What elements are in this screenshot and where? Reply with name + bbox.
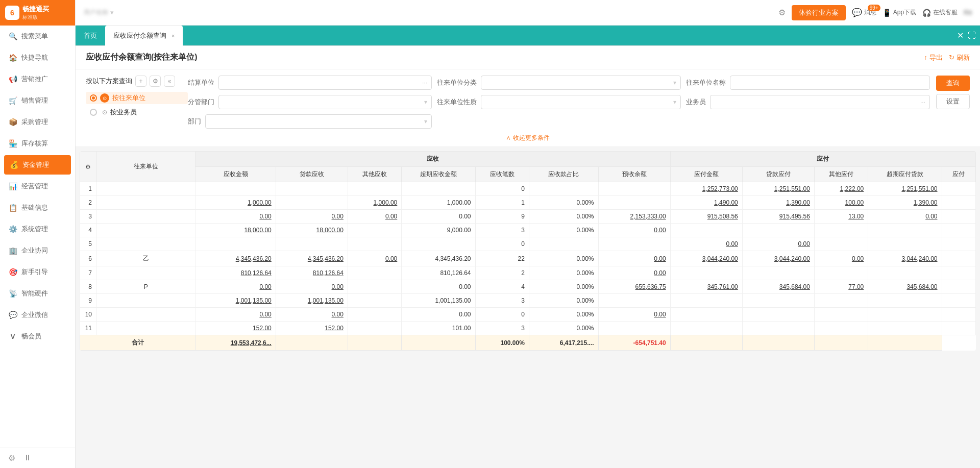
sidebar-item-corp[interactable]: 🏢 企业协同	[0, 240, 75, 261]
table-cell[interactable]: 345,684.00	[742, 280, 814, 294]
table-cell[interactable]: 0.00	[348, 210, 401, 224]
table-cell[interactable]: 810,126.64	[195, 266, 276, 280]
settlement-unit-input[interactable]: ···	[218, 76, 432, 90]
system-icon: ⚙️	[8, 225, 17, 234]
table-cell[interactable]: 3,044,240.00	[742, 251, 814, 266]
table-cell[interactable]: 152.00	[276, 322, 348, 335]
table-cell[interactable]: 915,508.56	[670, 210, 742, 224]
table-cell[interactable]: 1,000.00	[195, 196, 276, 210]
settings-scheme-btn[interactable]: ⚙	[150, 76, 161, 87]
table-cell[interactable]: 1,001,135.00	[276, 294, 348, 308]
sidebar-item-finance[interactable]: 💰 资金管理	[4, 155, 71, 175]
service-icon: 🎧	[922, 9, 931, 17]
refresh-btn[interactable]: ↻ 刷新	[949, 53, 970, 62]
sidebar-item-marketing[interactable]: 📢 营销推广	[0, 68, 75, 90]
unit-nature-input[interactable]: ▾	[481, 95, 681, 109]
settings-icon[interactable]: ⚙	[8, 453, 15, 463]
table-cell[interactable]: 100.00	[814, 196, 868, 210]
table-cell[interactable]: 1,252,773.00	[670, 182, 742, 196]
table-cell[interactable]: 1,222.00	[814, 182, 868, 196]
table-cell[interactable]: 0.00	[742, 237, 814, 251]
tab-home[interactable]: 首页	[76, 26, 105, 46]
sidebar-item-search[interactable]: 🔍 搜索菜单	[0, 26, 75, 47]
table-cell[interactable]: 1,390.00	[742, 196, 814, 210]
sidebar-item-quick-nav[interactable]: 🏠 快捷导航	[0, 47, 75, 68]
export-btn[interactable]: ↑ 导出	[924, 53, 943, 62]
sidebar-item-sales[interactable]: 🛒 销售管理	[0, 90, 75, 111]
table-cell[interactable]: 13.00	[814, 210, 868, 224]
sidebar-item-wechat[interactable]: 💬 企业微信	[0, 304, 75, 326]
sidebar-item-member[interactable]: V 畅会员	[0, 326, 75, 347]
sidebar-item-inventory[interactable]: 🏪 库存核算	[0, 133, 75, 154]
online-service[interactable]: 🎧 在线客服	[922, 8, 958, 17]
table-cell: 3	[475, 322, 529, 335]
table-cell[interactable]: 345,684.00	[868, 280, 942, 294]
footer-c6	[814, 335, 868, 351]
table-cell[interactable]: 0.00	[868, 210, 942, 224]
table-cell[interactable]: 0.00	[195, 308, 276, 322]
tab-close-btn[interactable]: ×	[172, 33, 175, 39]
table-cell[interactable]: 1,251,551.00	[742, 182, 814, 196]
table-cell[interactable]: 0.00	[814, 251, 868, 266]
wechat-icon: 💬	[8, 310, 17, 319]
table-cell[interactable]: 0.00	[598, 308, 670, 322]
table-cell[interactable]: 810,126.64	[276, 266, 348, 280]
table-cell[interactable]: 152.00	[195, 322, 276, 335]
table-cell[interactable]: 0.00	[195, 280, 276, 294]
table-cell[interactable]: 3,044,240.00	[868, 251, 942, 266]
table-cell[interactable]: 0.00	[598, 251, 670, 266]
collapse-btn[interactable]: ∧ 收起更多条件	[506, 134, 549, 141]
table-cell[interactable]: 1,251,551.00	[868, 182, 942, 196]
settings-topbar-icon[interactable]: ⚙	[778, 8, 786, 17]
table-cell[interactable]: 0.00	[276, 210, 348, 224]
salesperson-input[interactable]: ···	[710, 95, 930, 109]
table-cell[interactable]: 0.00	[670, 237, 742, 251]
dept-input[interactable]: ▾	[205, 114, 432, 129]
filter-option-by-staff[interactable]: ⊙ 按业务员	[86, 106, 188, 118]
sidebar-item-purchase[interactable]: 📦 采购管理	[0, 111, 75, 133]
sidebar-item-basic[interactable]: 📋 基础信息	[0, 197, 75, 218]
query-btn[interactable]: 查询	[936, 76, 970, 91]
maximize-btn[interactable]: ⛶	[968, 31, 976, 40]
table-cell[interactable]: 1,390.00	[868, 196, 942, 210]
table-cell[interactable]: 1,490.00	[670, 196, 742, 210]
table-cell[interactable]: 0.00	[348, 251, 401, 266]
tab-active[interactable]: 应收应付余额查询 ×	[105, 26, 183, 46]
table-cell[interactable]: 0.00	[195, 210, 276, 224]
dept-manage-input[interactable]: ▾	[218, 95, 432, 109]
gear-settings-icon[interactable]: ⚙	[85, 163, 91, 170]
filter-option-by-unit[interactable]: ⊙ 按往来单位	[86, 92, 188, 104]
table-cell[interactable]: 0.00	[276, 308, 348, 322]
table-cell[interactable]: 345,761.00	[670, 280, 742, 294]
table-cell[interactable]: 18,000.00	[276, 224, 348, 237]
table-cell[interactable]: 0.00	[598, 266, 670, 280]
table-cell[interactable]: 1,001,135.00	[195, 294, 276, 308]
table-cell[interactable]: 1,000.00	[348, 196, 401, 210]
table-cell[interactable]: 18,000.00	[195, 224, 276, 237]
settings-btn[interactable]: 设置	[936, 94, 970, 109]
table-cell[interactable]: 4,345,436.20	[195, 251, 276, 266]
table-cell[interactable]: 915,495.56	[742, 210, 814, 224]
table-cell[interactable]: 3,044,240.00	[670, 251, 742, 266]
table-cell[interactable]: 655,636.75	[598, 280, 670, 294]
unit-category-input[interactable]: ▾	[481, 76, 681, 90]
table-cell[interactable]: 0.00	[276, 280, 348, 294]
unit-name-input[interactable]	[730, 76, 930, 90]
table-cell[interactable]: 77.00	[814, 280, 868, 294]
collapse-icon[interactable]: ⏸	[23, 453, 32, 463]
app-download[interactable]: 📱 App下载	[883, 8, 916, 17]
message-badge[interactable]: 💬 消息 99+	[852, 8, 876, 17]
add-scheme-btn[interactable]: +	[135, 76, 146, 87]
sidebar-item-business[interactable]: 📊 经营管理	[0, 176, 75, 197]
sidebar-item-system[interactable]: ⚙️ 系统管理	[0, 218, 75, 240]
table-cell[interactable]: 4,345,436.20	[276, 251, 348, 266]
table-cell[interactable]: 0.00	[598, 224, 670, 237]
table-cell[interactable]: 2,153,333.00	[598, 210, 670, 224]
sidebar-item-hardware[interactable]: 📡 智能硬件	[0, 283, 75, 304]
close-window-btn[interactable]: ✕	[957, 31, 964, 40]
back-btn[interactable]: «	[164, 76, 175, 87]
home-icon: 🏠	[8, 53, 17, 62]
sidebar-item-guide[interactable]: 🎯 新手引导	[0, 261, 75, 283]
table-wrapper[interactable]: ⚙ 往来单位 应收 应付 应收金额 贷款应收 其他应收 超期应收金额	[80, 151, 976, 351]
industry-btn[interactable]: 体验行业方案	[792, 5, 846, 20]
